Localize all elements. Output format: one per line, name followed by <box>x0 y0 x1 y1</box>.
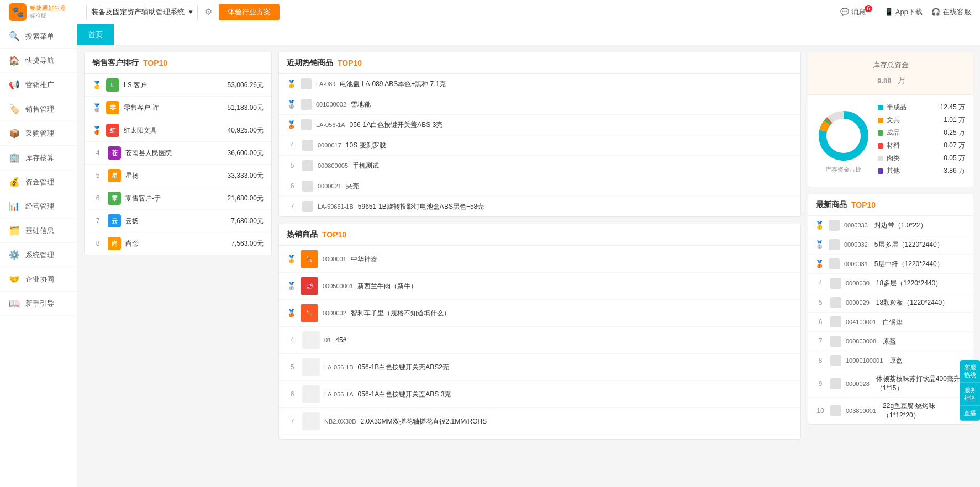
hot-medal-3: 🥉 <box>287 309 296 317</box>
sidebar-label-company: 企业协同 <box>25 274 54 284</box>
new-prod-icon-5 <box>830 297 841 308</box>
inventory-total: 库存总资金 9.88 万 <box>808 52 973 95</box>
settings-icon[interactable]: ⚙ <box>204 7 212 17</box>
float-btn-service[interactable]: 客服热线 <box>960 360 980 383</box>
inventory-value: 9.88 万 <box>816 72 965 87</box>
hot-prod-row-1: 🥇 🍖 0000001 中华神器 <box>279 246 800 273</box>
hot-name-5: 056-1B白色按键开关壳ABS2壳 <box>358 363 793 372</box>
new-prod-row-1: 🥇 0000033 封边带（1.0*22） <box>808 216 973 235</box>
message-button[interactable]: 💬 消息 6 <box>840 7 876 17</box>
sidebar-item-guide[interactable]: 📖 新手引导 <box>0 292 77 316</box>
app-download-button[interactable]: 📱 App下载 <box>884 7 923 17</box>
hot-name-7: 2.0X30MM双搓花轴搓花直径2.1MM/ROHS <box>360 417 793 426</box>
inventory-label: 库存总资金 <box>816 60 965 70</box>
new-prod-row-8: 8 10000100001 原盔 <box>808 351 973 370</box>
system-name-selector[interactable]: 装备及固定资产辅助管理系统 ▾ <box>86 4 198 20</box>
right-panel: 库存总资金 9.88 万 <box>808 52 973 446</box>
customer-row-7: 7 云 云扬 7,680.00元 <box>85 210 271 232</box>
new-medal-3: 🥉 <box>815 260 824 268</box>
sidebar-label-marketing: 营销推广 <box>25 80 54 90</box>
medal-1: 🥇 <box>287 80 296 88</box>
left-panel: 销售客户排行 TOP10 🥇 L LS 客户 53,006.26元 🥈 零 零售… <box>84 52 272 446</box>
avatar-1: L <box>106 78 119 92</box>
sidebar-item-inventory[interactable]: 🏢 库存核算 <box>0 146 77 170</box>
customer-name-1: LS 客户 <box>124 81 223 90</box>
new-name-7: 原盔 <box>883 337 966 346</box>
hot-code-6: LA-056-1A <box>324 391 354 398</box>
chart-area: 库存资金占比 半成品 12.45 万 文具 1.01 万 <box>808 95 973 187</box>
hot-recent-row-6: 6 0000021 夹壳 <box>279 176 800 197</box>
sidebar-item-quicknav[interactable]: 🏠 快捷导航 <box>0 49 77 73</box>
sidebar-label-system: 系统管理 <box>25 250 54 260</box>
sidebar-label-inventory: 库存核算 <box>25 153 54 163</box>
legend-item-6: 其他 -3.86 万 <box>878 166 965 176</box>
legend-name-1: 半成品 <box>887 103 937 112</box>
home-icon: 🏠 <box>9 55 20 66</box>
sidebar-item-base[interactable]: 🗂️ 基础信息 <box>0 219 77 243</box>
new-prod-row-6: 6 004100001 白钢垫 <box>808 313 973 332</box>
name-4: 10S 变刹罗骏 <box>346 141 793 150</box>
chevron-down-icon: ▾ <box>189 4 193 20</box>
legend-item-3: 成品 0.25 万 <box>878 128 965 137</box>
tab-home[interactable]: 首页 <box>77 24 114 45</box>
new-prod-icon-6 <box>830 316 841 327</box>
hot-recent-row-5: 5 000800005 手机测试 <box>279 156 800 176</box>
customer-amount-5: 33,333.00元 <box>228 171 264 181</box>
message-badge: 6 <box>865 5 872 12</box>
sidebar-label-quicknav: 快捷导航 <box>25 56 54 66</box>
customer-amount-1: 53,006.26元 <box>228 81 264 90</box>
code-5: 000800005 <box>318 162 348 169</box>
hot-code-7: NB2.0X30B <box>324 418 356 425</box>
new-prod-icon-10 <box>830 405 841 416</box>
legend-value-6: -3.86 万 <box>941 166 965 176</box>
main-content: 首页 销售客户排行 TOP10 🥇 L LS 客户 53,006.26元 🥈 <box>77 24 980 487</box>
online-service-button[interactable]: 🎧 在线客服 <box>931 7 971 17</box>
sidebar-item-finance[interactable]: 💰 资金管理 <box>0 170 77 194</box>
sidebar-item-purchase[interactable]: 📦 采购管理 <box>0 121 77 146</box>
hot-code-1: 0000001 <box>323 256 346 262</box>
new-name-2: 5层多层（1220*2440） <box>874 240 966 250</box>
new-prod-row-9: 9 0000028 体顿荔枝味苏打饮品400毫升（1*15） <box>808 370 973 398</box>
sidebar-item-sales[interactable]: 🏷️ 销售管理 <box>0 97 77 121</box>
customer-amount-3: 40,925.00元 <box>228 126 264 135</box>
hot-recent-row-7: 7 LA-59651-1B 59651-1B旋转投影灯电池盒ABS黑色+58壳 <box>279 197 800 216</box>
code-7: LA-59651-1B <box>318 203 354 210</box>
mobile-icon: 📱 <box>884 8 893 16</box>
sidebar: 🔍 搜索菜单 🏠 快捷导航 📢 营销推广 🏷️ 销售管理 📦 采购管理 🏢 库存… <box>0 24 77 487</box>
hot-rank-7: 7 <box>287 417 298 425</box>
hot-products-top10: TOP10 <box>322 230 346 239</box>
legend-name-6: 其他 <box>887 166 938 176</box>
sidebar-item-system[interactable]: ⚙️ 系统管理 <box>0 243 77 267</box>
customer-name-5: 星扬 <box>125 171 223 181</box>
hot-recent-top10: TOP10 <box>338 59 362 67</box>
hot-products-list: 🥇 🍖 0000001 中华神器 🥈 🥩 000500001 新西兰 <box>279 246 800 439</box>
page-tabs: 首页 <box>77 24 980 45</box>
product-icon-5 <box>302 160 313 171</box>
new-code-1: 0000033 <box>844 222 868 229</box>
legend-dot-5 <box>878 156 883 161</box>
new-prod-icon-8 <box>830 355 841 366</box>
name-1: 电池盖 LA-089 ABS本色+黑种 7.1克 <box>340 80 793 89</box>
new-name-3: 5层中纤（1220*2440） <box>874 260 966 269</box>
new-prod-icon-2 <box>829 239 840 250</box>
sidebar-label-search: 搜索菜单 <box>25 31 54 41</box>
code-3: LA-056-1A <box>316 121 345 128</box>
sidebar-item-search[interactable]: 🔍 搜索菜单 <box>0 24 77 49</box>
new-prod-row-3: 🥉 0000031 5层中纤（1220*2440） <box>808 255 973 274</box>
new-rank-10: 10 <box>815 407 826 415</box>
hot-name-6: 056-1A白色按键开关盖ABS 3克 <box>358 390 793 399</box>
float-btn-community[interactable]: 服务社区 <box>960 383 980 406</box>
new-rank-5: 5 <box>815 299 826 306</box>
hot-products-header: 热销商品 TOP10 <box>279 224 800 246</box>
new-code-9: 0000028 <box>846 380 870 387</box>
middle-panel: 近期热销商品 TOP10 🥇 LA-089 电池盖 LA-089 ABS本色+黑… <box>278 52 801 446</box>
sidebar-item-marketing[interactable]: 📢 营销推广 <box>0 73 77 97</box>
logo-badge: 标准版 <box>30 12 66 20</box>
float-btn-direct[interactable]: 直播 <box>960 406 980 421</box>
sidebar-item-operations[interactable]: 📊 经营管理 <box>0 194 77 219</box>
experience-button[interactable]: 体验行业方案 <box>219 4 280 20</box>
sidebar-item-company[interactable]: 🤝 企业协同 <box>0 267 77 292</box>
hot-products-card: 热销商品 TOP10 🥇 🍖 0000001 中华神器 🥈 <box>278 224 801 440</box>
customer-amount-6: 21,680.00元 <box>228 194 264 203</box>
purchase-icon: 📦 <box>9 128 20 139</box>
